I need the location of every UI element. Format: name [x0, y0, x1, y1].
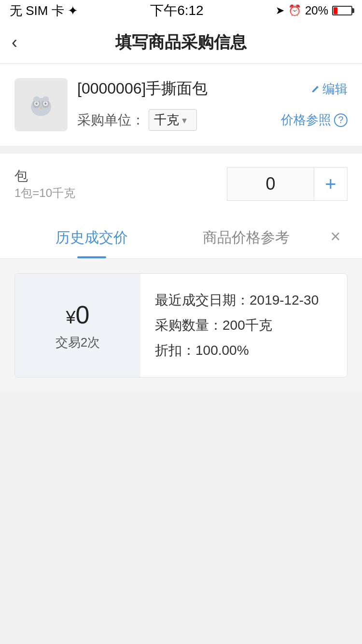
product-name: [0000006]手撕面包 [77, 78, 208, 99]
tabs-header: 历史成交价 商品价格参考 × [0, 214, 362, 259]
page-title: 填写商品采购信息 [115, 31, 247, 54]
help-icon: ? [334, 113, 348, 127]
tab-history-price[interactable]: 历史成交价 [14, 214, 169, 258]
history-transaction-count: 交易2次 [56, 334, 100, 351]
history-details: 最近成交日期：2019-12-30 采购数量：200千克 折扣：100.00% [140, 274, 347, 377]
page-header: ‹ 填写商品采购信息 [0, 21, 362, 64]
quantity-plus-button[interactable]: + [314, 167, 348, 201]
history-discount: 折扣：100.00% [155, 341, 333, 360]
tab-content-history: ¥0 交易2次 最近成交日期：2019-12-30 采购数量：200千克 折扣：… [0, 259, 362, 392]
history-price-value: ¥0 [66, 300, 90, 329]
product-info: [0000006]手撕面包 编辑 采购单位： 千克 ▾ 价格参照 ? [77, 78, 348, 131]
status-right: ➤ ⏰ 20% [276, 4, 352, 17]
unit-label: 采购单位： 千克 ▾ [77, 109, 197, 131]
yen-sign: ¥ [66, 308, 76, 327]
status-left: 无 SIM 卡 ✦ [10, 2, 78, 19]
tab-price-reference[interactable]: 商品价格参考 [169, 214, 323, 258]
svg-point-8 [33, 97, 40, 102]
back-button[interactable]: ‹ [12, 32, 17, 53]
quantity-conversion-note: 1包=10千克 [14, 185, 217, 201]
history-card: ¥0 交易2次 最近成交日期：2019-12-30 采购数量：200千克 折扣：… [14, 273, 348, 378]
battery-icon [332, 6, 352, 15]
alarm-icon: ⏰ [288, 4, 301, 17]
price-reference-link[interactable]: 价格参照 ? [281, 112, 348, 128]
status-bar: 无 SIM 卡 ✦ 下午6:12 ➤ ⏰ 20% [0, 0, 362, 21]
svg-point-6 [44, 102, 47, 105]
svg-point-5 [35, 102, 38, 105]
battery-percent: 20% [305, 4, 328, 17]
product-name-row: [0000006]手撕面包 编辑 [77, 78, 348, 99]
unit-row: 采购单位： 千克 ▾ 价格参照 ? [77, 109, 348, 131]
chevron-down-icon: ▾ [182, 114, 187, 126]
sim-label: 无 SIM 卡 ✦ [10, 2, 78, 19]
quantity-input-area: 0 + [227, 167, 348, 201]
quantity-input[interactable]: 0 [227, 167, 314, 201]
quantity-unit-label: 包 [14, 167, 217, 185]
edit-icon [311, 84, 320, 94]
history-recent-date: 最近成交日期：2019-12-30 [155, 291, 333, 309]
product-card: [0000006]手撕面包 编辑 采购单位： 千克 ▾ 价格参照 ? [0, 64, 362, 146]
tabs-panel: 历史成交价 商品价格参考 × ¥0 交易2次 最近成交日期：2019-12-30… [0, 214, 362, 392]
history-quantity: 采购数量：200千克 [155, 316, 333, 335]
product-logo-icon [24, 88, 58, 122]
svg-point-9 [42, 97, 49, 102]
quantity-row: 包 1包=10千克 0 + [0, 154, 362, 214]
tab-close-button[interactable]: × [323, 224, 348, 249]
history-price-summary: ¥0 交易2次 [15, 274, 140, 377]
edit-link[interactable]: 编辑 [311, 81, 348, 98]
quantity-label-area: 包 1包=10千克 [14, 167, 217, 201]
unit-select-dropdown[interactable]: 千克 ▾ [149, 109, 197, 131]
section-divider [0, 146, 362, 154]
status-time: 下午6:12 [150, 1, 204, 20]
main-content-area [0, 392, 362, 644]
product-thumbnail [14, 78, 68, 131]
nav-icon: ➤ [276, 4, 284, 17]
